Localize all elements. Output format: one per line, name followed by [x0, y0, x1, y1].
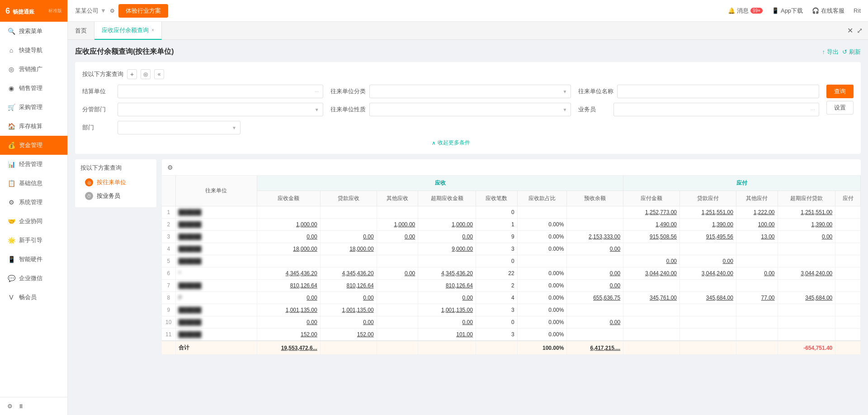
filter-partner-name-input[interactable] [617, 85, 819, 98]
sidebar-item-operations[interactable]: 📊 经营管理 [0, 155, 67, 174]
company-dropdown-icon[interactable]: ▼ [100, 7, 106, 14]
ar_amount-cell[interactable]: 152.00 [257, 329, 320, 341]
sidebar-item-marketing[interactable]: ◎ 营销推广 [0, 60, 67, 79]
ar_amount-cell[interactable]: 1,001,135.00 [257, 304, 320, 316]
ap_other-cell[interactable]: 13.00 [736, 231, 778, 243]
ar_amount-cell[interactable]: 0.00 [257, 316, 320, 329]
ap_other-cell[interactable]: 100.00 [736, 219, 778, 231]
sidebar-item-base-info[interactable]: 📋 基础信息 [0, 174, 67, 193]
ar_other-cell[interactable]: 1,000.00 [377, 219, 418, 231]
ap_loan-cell[interactable]: 3,044,240.00 [680, 267, 736, 280]
refresh-button[interactable]: ↺ 刷新 [842, 48, 861, 56]
ap_loan-cell[interactable]: 915,495.56 [680, 231, 736, 243]
ar_prepay-cell[interactable]: 0.00 [567, 316, 623, 329]
query-selector-by-staff[interactable]: ⏱按业务员 [80, 189, 151, 203]
sidebar-item-purchase[interactable]: 🛒 采购管理 [0, 98, 67, 117]
filter-dept-dropdown[interactable]: ▼ [118, 103, 323, 116]
user-name[interactable]: Rit [854, 7, 861, 14]
online-service[interactable]: 🎧 在线客服 [812, 7, 844, 15]
ar_loan-cell[interactable]: 4,345,436.20 [320, 267, 377, 280]
ar_overdue-cell[interactable]: 4,345,436.20 [418, 267, 476, 280]
ar_prepay-cell[interactable]: 0.00 [567, 267, 623, 280]
query-button[interactable]: 查询 [826, 85, 854, 98]
ap_loan-cell[interactable]: 0.00 [680, 255, 736, 267]
ar_other-cell[interactable]: 0.00 [377, 231, 418, 243]
sidebar-item-quick-nav[interactable]: ⌂ 快捷导航 [0, 41, 67, 60]
sidebar-item-guide[interactable]: 🌟 新手引导 [0, 231, 67, 250]
collapse-more-button[interactable]: ∧ 收起更多条件 [432, 139, 470, 147]
ap_loan-cell[interactable]: 1,390.00 [680, 219, 736, 231]
ap_overdue-cell[interactable]: 0.00 [778, 231, 835, 243]
ap_other-cell[interactable]: 1,222.00 [736, 206, 778, 219]
filter-section-dept-dropdown[interactable]: ▼ [118, 121, 241, 134]
sidebar-item-search[interactable]: 🔍 搜索菜单 [0, 22, 67, 41]
filter-partner-nature-dropdown[interactable]: ▼ [369, 103, 571, 116]
filter-settlement-input[interactable]: ··· [118, 85, 323, 98]
ap_amount-cell[interactable]: 1,490.00 [623, 219, 680, 231]
sidebar-item-corp-coop[interactable]: 🤝 企业协同 [0, 212, 67, 231]
ar_amount-cell[interactable]: 1,000.00 [257, 219, 320, 231]
company-selector[interactable]: 某某公司 ▼ [75, 7, 106, 15]
filter-schema-button[interactable]: ◎ [141, 69, 151, 79]
ar_amount-cell[interactable]: 0.00 [257, 292, 320, 304]
filter-add-button[interactable]: + [127, 69, 137, 79]
ar_overdue-cell[interactable]: 0.00 [418, 231, 476, 243]
footer-ar-prepay[interactable]: 6,417,215.... [567, 341, 623, 355]
ar_overdue-cell[interactable]: 810,126.64 [418, 280, 476, 292]
ap_overdue-cell[interactable]: 3,044,240.00 [778, 267, 835, 280]
sidebar-collapse-icon[interactable]: ⏸ [18, 403, 24, 410]
ap_amount-cell[interactable]: 0.00 [623, 255, 680, 267]
query-selector-by-customer[interactable]: ◎按往来单位 [80, 176, 151, 189]
ar_loan-cell[interactable]: 0.00 [320, 292, 377, 304]
sidebar-item-member[interactable]: V 畅会员 [0, 288, 67, 307]
ar_prepay-cell[interactable]: 0.00 [567, 243, 623, 255]
table-settings-icon[interactable]: ⚙ [167, 164, 173, 171]
ar_overdue-cell[interactable]: 101.00 [418, 329, 476, 341]
tab-ar-ap[interactable]: 应收应付余额查询 × [94, 22, 162, 40]
ar_overdue-cell[interactable]: 9,000.00 [418, 243, 476, 255]
sidebar-item-sys-admin[interactable]: ⚙ 系统管理 [0, 193, 67, 212]
ar_loan-cell[interactable]: 152.00 [320, 329, 377, 341]
ar_overdue-cell[interactable]: 0.00 [418, 292, 476, 304]
filter-partner-category-dropdown[interactable]: ▼ [369, 85, 571, 98]
ar_amount-cell[interactable]: 810,126.64 [257, 280, 320, 292]
ar_loan-cell[interactable]: 1,001,135.00 [320, 304, 377, 316]
ar_loan-cell[interactable]: 18,000.00 [320, 243, 377, 255]
ar_other-cell[interactable]: 0.00 [377, 267, 418, 280]
ap_loan-cell[interactable]: 345,684.00 [680, 292, 736, 304]
sidebar-item-sales[interactable]: ◉ 销售管理 [0, 79, 67, 98]
ar_prepay-cell[interactable]: 0.00 [567, 280, 623, 292]
tab-ar-ap-close[interactable]: × [151, 28, 154, 33]
ap_overdue-cell[interactable]: 1,390.00 [778, 219, 835, 231]
export-button[interactable]: ↑ 导出 [822, 48, 839, 56]
filter-collapse-button[interactable]: « [154, 69, 164, 79]
ar_prepay-cell[interactable]: 655,636.75 [567, 292, 623, 304]
plan-button[interactable]: 体验行业方案 [118, 4, 168, 18]
topbar-gear-icon[interactable]: ⚙ [110, 8, 115, 14]
tab-home[interactable]: 首页 [68, 22, 94, 40]
ar_amount-cell[interactable]: 0.00 [257, 231, 320, 243]
sidebar-settings-icon[interactable]: ⚙ [7, 403, 13, 410]
ap_amount-cell[interactable]: 1,252,773.00 [623, 206, 680, 219]
ar_overdue-cell[interactable]: 1,001,135.00 [418, 304, 476, 316]
notifications[interactable]: 🔔 消息 99+ [728, 7, 763, 15]
ar_overdue-cell[interactable]: 1,000.00 [418, 219, 476, 231]
sidebar-item-wechat[interactable]: 💬 企业微信 [0, 269, 67, 288]
sidebar-item-inventory[interactable]: 🏠 库存核算 [0, 117, 67, 136]
tabs-close-icon[interactable]: ✕ [847, 26, 853, 35]
ar_amount-cell[interactable]: 18,000.00 [257, 243, 320, 255]
ap_amount-cell[interactable]: 915,508.56 [623, 231, 680, 243]
ar_loan-cell[interactable]: 0.00 [320, 316, 377, 329]
ar_overdue-cell[interactable]: 0.00 [418, 316, 476, 329]
tabs-expand-icon[interactable]: ⤢ [857, 26, 863, 35]
table-wrapper[interactable]: 往来单位 应收 应付 应收金额 贷款应收 其他应收 超期应收金额 应收笔数 应收… [162, 176, 861, 355]
ar_loan-cell[interactable]: 0.00 [320, 231, 377, 243]
app-download[interactable]: 📱 App下载 [772, 7, 803, 15]
ar_prepay-cell[interactable]: 2,153,333.00 [567, 231, 623, 243]
footer-ar-amount[interactable]: 19,553,472,6... [257, 341, 320, 355]
ar_amount-cell[interactable]: 4,345,436.20 [257, 267, 320, 280]
ar_loan-cell[interactable]: 810,126.64 [320, 280, 377, 292]
setting-button[interactable]: 设置 [826, 101, 854, 114]
ap_other-cell[interactable]: 0.00 [736, 267, 778, 280]
ap_amount-cell[interactable]: 345,761.00 [623, 292, 680, 304]
